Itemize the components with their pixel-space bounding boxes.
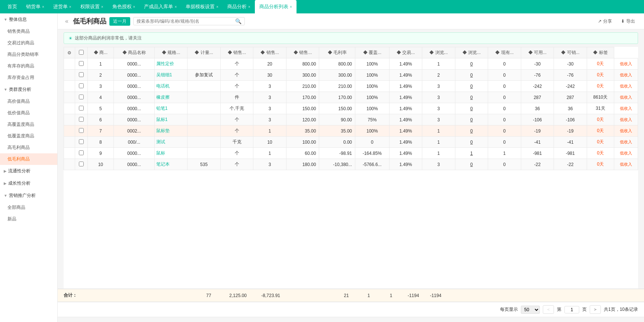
per-page-select[interactable]: 50 100 200 <box>521 306 540 314</box>
sidebar-item-high-gross[interactable]: 高毛利商品 <box>0 142 57 153</box>
row-sales-amount-8: -98.91 <box>319 148 355 159</box>
nav-product-analysis-list[interactable]: 商品分析列表 × <box>255 0 297 13</box>
row-name-0[interactable]: 属性定价 <box>154 58 188 70</box>
col-unit: ◆ 计量... <box>188 47 221 58</box>
sidebar-item-new-products[interactable]: 新品 <box>0 213 57 225</box>
row-name-1[interactable]: 吴细细1 <box>154 70 188 81</box>
row-checkbox-4[interactable] <box>75 103 87 114</box>
sidebar-item-low-value[interactable]: 低价值商品 <box>0 107 57 119</box>
row-browse1-5[interactable]: 0 <box>455 114 488 125</box>
row-browse1-9[interactable]: 0 <box>455 159 488 170</box>
select-all-checkbox[interactable] <box>79 50 84 55</box>
nav-close-purchase-order[interactable]: × <box>69 5 71 9</box>
nav-product-analysis[interactable]: 商品分析 × <box>223 0 255 13</box>
row-browse1-3[interactable]: 0 <box>455 92 488 103</box>
nav-product-inbound[interactable]: 产成品入库单 × <box>140 0 181 13</box>
row-checkbox-2[interactable] <box>75 81 87 92</box>
footer-browse1: 1 <box>358 293 380 298</box>
sidebar-item-all-products[interactable]: 全部商品 <box>0 202 57 213</box>
sidebar-group-growth[interactable]: ▶ 成长性分析 <box>0 177 57 189</box>
row-checkbox-8[interactable] <box>75 148 87 159</box>
row-browse1-8[interactable]: 1 <box>455 148 488 159</box>
row-browse1-4[interactable]: 0 <box>455 103 488 114</box>
sidebar-group-cluster[interactable]: ▼ 类群度分析 <box>0 83 57 96</box>
sidebar-item-high-coverage[interactable]: 高覆盖度商品 <box>0 119 57 130</box>
nav-close-sales-order[interactable]: × <box>42 5 44 9</box>
prev-page-button[interactable]: ＜ <box>543 305 554 314</box>
row-sales-qty-3: 3 <box>253 92 286 103</box>
sidebar-item-sales-products[interactable]: 销售类商品 <box>0 26 57 37</box>
row-browse1-6[interactable]: 0 <box>455 125 488 137</box>
row-name-3[interactable]: 橡皮擦 <box>154 92 188 103</box>
row-checkbox-0[interactable] <box>75 58 87 70</box>
row-checkbox-1[interactable] <box>75 70 87 81</box>
row-checkbox-5[interactable] <box>75 114 87 125</box>
sidebar-item-low-gross[interactable]: 低毛利商品 <box>0 153 57 165</box>
nav-close-product-analysis[interactable]: × <box>248 5 250 9</box>
row-browse1-0[interactable]: 0 <box>455 58 488 70</box>
search-box: 🔍 <box>133 17 245 25</box>
pagination-summary: 共1页，10条记录 <box>604 306 638 313</box>
share-button[interactable]: ↗ 分享 <box>595 17 615 26</box>
row-name-9[interactable]: 笔记本 <box>154 159 188 170</box>
nav-role-auth[interactable]: 角色授权 × <box>108 0 140 13</box>
nav-purchase-order[interactable]: 进货单 × <box>49 0 76 13</box>
sidebar-item-in-stock[interactable]: 有库存的商品 <box>0 60 57 72</box>
nav-template-settings[interactable]: 单据模板设置 × <box>181 0 223 13</box>
row-name-2[interactable]: 电话机 <box>154 81 188 92</box>
row-coverage-7: 1.49% <box>389 137 422 148</box>
page-input[interactable] <box>564 306 579 313</box>
nav-home[interactable]: 首页 <box>3 0 22 13</box>
row-unit-5: 个 <box>220 114 253 125</box>
sidebar-group-marketing[interactable]: ▼ 营销推广分析 <box>0 189 57 202</box>
col-checkbox-all[interactable] <box>75 47 87 58</box>
row-spec-1: 参加复试 <box>188 70 221 81</box>
sidebar-item-category-assist-rate[interactable]: 商品分类助销率 <box>0 49 57 60</box>
row-code-4: 0000... <box>114 103 155 114</box>
row-checkbox-3[interactable] <box>75 92 87 103</box>
row-name-5[interactable]: 鼠标1 <box>154 114 188 125</box>
footer-browse2: 1 <box>380 293 402 298</box>
row-checkbox-9[interactable] <box>75 159 87 170</box>
sidebar-collapse-button[interactable]: « <box>64 16 70 26</box>
row-name-8[interactable]: 鼠标 <box>154 148 188 159</box>
sidebar-item-high-value[interactable]: 高价值商品 <box>0 96 57 107</box>
row-browse1-2[interactable]: 0 <box>455 81 488 92</box>
next-page-button[interactable]: ＞ <box>590 305 601 314</box>
sidebar-item-traded-products[interactable]: 交易过的商品 <box>0 37 57 49</box>
row-sellable-5: 0天 <box>587 114 614 125</box>
row-code-6: 0002... <box>114 125 155 137</box>
row-available-6: -19 <box>554 125 587 137</box>
sidebar-group-liquidity[interactable]: ▶ 流通性分析 <box>0 165 57 177</box>
row-settings-1 <box>64 70 75 81</box>
sidebar-item-low-coverage[interactable]: 低覆盖度商品 <box>0 130 57 142</box>
row-name-6[interactable]: 鼠标垫 <box>154 125 188 137</box>
row-browse1-7[interactable]: 0 <box>455 137 488 148</box>
row-tag-1: 低收入 <box>614 70 638 81</box>
col-settings[interactable]: ⚙ <box>64 47 75 58</box>
row-checkbox-6[interactable] <box>75 125 87 137</box>
nav-close-permission[interactable]: × <box>101 5 103 9</box>
nav-sales-order[interactable]: 销货单 × <box>22 0 49 13</box>
row-code-5: 0000... <box>114 114 155 125</box>
export-button[interactable]: ⬇ 导出 <box>618 17 638 26</box>
nav-permission-settings[interactable]: 权限设置 × <box>76 0 108 13</box>
row-settings-6 <box>64 125 75 137</box>
row-coverage-9: 1.49% <box>389 159 422 170</box>
nav-close-role-auth[interactable]: × <box>133 5 135 9</box>
row-name-4[interactable]: 铅笔1 <box>154 103 188 114</box>
search-input[interactable] <box>137 19 235 24</box>
sidebar-item-inventory-capital[interactable]: 库存资金占用 <box>0 72 57 83</box>
nav-close-product-inbound[interactable]: × <box>174 5 177 9</box>
row-code-0: 0000... <box>114 58 155 70</box>
date-filter-button[interactable]: 近一月 <box>109 17 130 26</box>
nav-close-analysis-list[interactable]: × <box>290 5 292 9</box>
row-name-7[interactable]: 测试 <box>154 137 188 148</box>
sidebar-group-overall[interactable]: ▼ 整体信息 <box>0 13 57 26</box>
search-icon[interactable]: 🔍 <box>235 18 241 24</box>
row-checkbox-7[interactable] <box>75 137 87 148</box>
nav-close-template[interactable]: × <box>216 5 218 9</box>
row-settings-8 <box>64 148 75 159</box>
row-browse1-1[interactable]: 0 <box>455 70 488 81</box>
row-no-1: 2 <box>87 70 113 81</box>
